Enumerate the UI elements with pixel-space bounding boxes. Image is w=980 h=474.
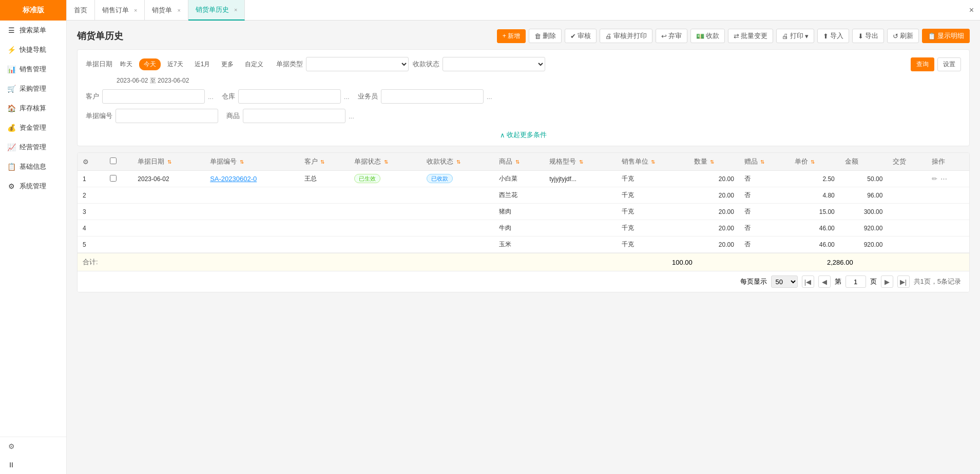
product-ellipsis[interactable]: ... (349, 112, 354, 120)
th-gift-label: 赠品 (744, 157, 758, 165)
th-actions-label: 操作 (932, 157, 945, 165)
next-page-button[interactable]: ▶ (881, 275, 893, 288)
page-number-input[interactable] (846, 275, 866, 288)
tab-sales-history-close[interactable]: × (234, 7, 237, 13)
prev-page-button[interactable]: ◀ (818, 275, 831, 288)
sidebar-bottom-pause[interactable]: ⏸ (0, 456, 66, 474)
window-close-button[interactable]: × (963, 6, 980, 15)
th-doc-date-label: 单据日期 (138, 157, 164, 165)
more-icon[interactable]: ⋯ (940, 175, 947, 183)
sort-gift-icon[interactable]: ⇅ (760, 159, 764, 165)
sidebar-item-quick-nav[interactable]: ⚡ 快捷导航 (0, 40, 66, 60)
new-button[interactable]: + 新增 (497, 29, 526, 43)
batch-change-button[interactable]: ⇄ 批量变更 (728, 29, 773, 43)
collect-button[interactable]: 💵 收款 (690, 29, 725, 43)
cell-doc-status (349, 236, 421, 253)
approve-button[interactable]: ✔ 审核 (565, 29, 597, 43)
sort-product-icon[interactable]: ⇅ (515, 159, 520, 165)
doc-type-select[interactable] (306, 57, 409, 71)
tab-sales-order-close[interactable]: × (134, 7, 137, 13)
warehouse-input[interactable] (238, 89, 341, 104)
tab-sales-history[interactable]: 销货单历史 × (188, 0, 245, 21)
salesperson-input[interactable] (381, 89, 484, 104)
show-detail-button[interactable]: 📋 显示明细 (922, 29, 970, 43)
sort-spec-icon[interactable]: ⇅ (579, 159, 583, 165)
payment-status-badge: 已收款 (427, 174, 453, 183)
date-badge-more[interactable]: 更多 (217, 58, 238, 70)
sort-customer-icon[interactable]: ⇅ (320, 159, 324, 165)
page-suffix: 页 (870, 277, 877, 286)
abandon-button[interactable]: ↩ 弃审 (656, 29, 687, 43)
date-badge-7days[interactable]: 近7天 (163, 58, 188, 70)
query-button[interactable]: 查询 (911, 57, 934, 71)
page-size-select[interactable]: 50 100 200 (771, 275, 798, 288)
settings-button[interactable]: 设置 (937, 57, 961, 71)
column-settings-icon[interactable]: ⚙ (83, 158, 89, 166)
date-badge-custom[interactable]: 自定义 (240, 58, 268, 70)
sidebar-item-operations-mgmt[interactable]: 📈 经营管理 (0, 137, 66, 157)
tab-sales-delivery-close[interactable]: × (177, 7, 180, 13)
payment-status-select[interactable] (443, 57, 545, 71)
product-label: 商品 (226, 111, 240, 121)
th-amount: 金额 (840, 153, 888, 171)
sort-doc-date-icon[interactable]: ⇅ (167, 159, 171, 165)
doc-no-link[interactable]: SA-20230602-0 (210, 175, 257, 183)
warehouse-ellipsis[interactable]: ... (344, 93, 350, 101)
date-badge-1month[interactable]: 近1月 (190, 58, 215, 70)
th-doc-no: 单据编号 ⇅ (205, 153, 299, 171)
sidebar-item-purchase-mgmt[interactable]: 🛒 采购管理 (0, 79, 66, 98)
cell-product: 猪肉 (494, 204, 544, 220)
sidebar-item-label: 系统管理 (20, 182, 46, 191)
bottom-settings-icon: ⚙ (7, 442, 15, 450)
edit-icon[interactable]: ✏ (932, 175, 937, 183)
operations-mgmt-icon: 📈 (7, 143, 15, 151)
docno-input[interactable] (116, 109, 218, 123)
print-button[interactable]: 🖨 打印 ▾ (776, 29, 814, 43)
pagination: 每页显示 50 100 200 |◀ ◀ 第 页 ▶ ▶| 共1页，5条记录 (78, 271, 969, 292)
cell-doc-no (205, 204, 299, 220)
last-page-button[interactable]: ▶| (897, 275, 910, 288)
customer-ellipsis[interactable]: ... (208, 93, 214, 101)
cell-transaction (888, 171, 927, 187)
sort-qty-icon[interactable]: ⇅ (710, 159, 714, 165)
cell-payment-status (421, 204, 494, 220)
sort-doc-no-icon[interactable]: ⇅ (240, 159, 244, 165)
date-badge-yesterday[interactable]: 昨天 (116, 58, 137, 70)
sort-unit-price-icon[interactable]: ⇅ (811, 159, 815, 165)
import-button[interactable]: ⬆ 导入 (817, 29, 849, 43)
tab-sales-order[interactable]: 销售订单 × (95, 0, 145, 21)
sort-doc-status-icon[interactable]: ⇅ (384, 159, 388, 165)
footer-total-amount: 2,286.00 (812, 259, 863, 266)
date-badge-today[interactable]: 今天 (139, 58, 161, 70)
sidebar-item-capital-mgmt[interactable]: 💰 资金管理 (0, 118, 66, 137)
sidebar-item-sales-mgmt[interactable]: 📊 销售管理 (0, 60, 66, 79)
sort-unit-icon[interactable]: ⇅ (651, 159, 655, 165)
sidebar-item-sys-mgmt[interactable]: ⚙ 系统管理 (0, 176, 66, 196)
delete-button[interactable]: 🗑 删除 (529, 29, 562, 43)
cell-doc-no (205, 187, 299, 204)
filter-row-3: 单据编号 商品 ... (86, 109, 961, 123)
product-input[interactable] (243, 109, 345, 123)
sidebar-item-inventory[interactable]: 🏠 库存核算 (0, 98, 66, 118)
cell-doc-status (349, 187, 421, 204)
cell-customer (299, 220, 350, 236)
tab-home[interactable]: 首页 (67, 0, 95, 21)
refresh-button[interactable]: ↺ 刷新 (887, 29, 919, 43)
salesperson-ellipsis[interactable]: ... (487, 93, 492, 101)
row-checkbox[interactable] (110, 175, 117, 182)
data-table: ⚙ 单据日期 ⇅ 单据编号 ⇅ (78, 153, 969, 253)
expand-toggle[interactable]: ∧ 收起更多条件 (86, 128, 961, 142)
tab-sales-order-label: 销售订单 (102, 6, 129, 15)
first-page-button[interactable]: |◀ (802, 275, 814, 288)
sidebar-item-search-menu[interactable]: ☰ 搜索菜单 (0, 21, 66, 40)
sidebar-item-basic-info[interactable]: 📋 基础信息 (0, 157, 66, 176)
select-all-checkbox[interactable] (110, 157, 117, 164)
export-button[interactable]: ⬇ 导出 (852, 29, 884, 43)
tab-sales-delivery[interactable]: 销货单 × (145, 0, 188, 21)
approve-print-button[interactable]: 🖨 审核并打印 (600, 29, 652, 43)
customer-input[interactable] (102, 89, 205, 104)
cell-customer (299, 236, 350, 253)
cell-unit-price: 46.00 (790, 220, 840, 236)
sort-payment-status-icon[interactable]: ⇅ (456, 159, 460, 165)
sidebar-bottom-settings[interactable]: ⚙ (0, 437, 66, 456)
